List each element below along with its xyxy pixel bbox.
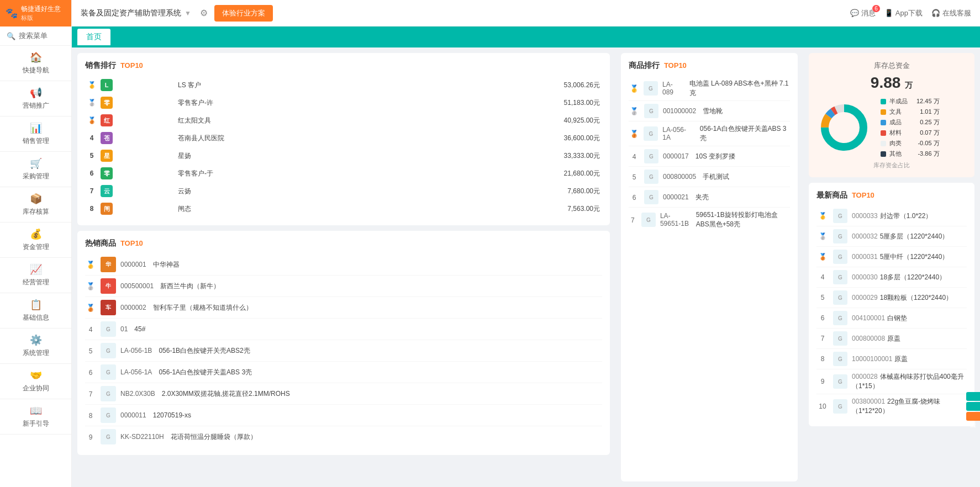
sidebar-item-0[interactable]: 🏠 快捷导航 <box>0 46 71 81</box>
system-selector[interactable]: 装备及固定资产辅助管理系统 ▼ <box>81 8 191 18</box>
hot-rank-num: 6 <box>89 369 93 377</box>
customer-name[interactable]: 闸态 <box>176 200 413 218</box>
customer-name[interactable]: 苍南县人民医院 <box>176 129 413 147</box>
customer-name[interactable]: 红太阳文具 <box>176 112 413 129</box>
hot-prod-name: 新西兰牛肉（新牛） <box>160 282 220 291</box>
latest-product-row[interactable]: 4 G 000003018多层（1220*2440） <box>816 267 967 288</box>
hot-product-row[interactable]: 5 G LA-056-1B 056-1B白色按键开关壳ABS2壳 <box>85 340 602 362</box>
sidebar-item-10[interactable]: 📖 新手引导 <box>0 399 71 435</box>
customer-name[interactable]: 云扬 <box>176 182 413 200</box>
hot-product-row[interactable]: 🥉 车 0000002 智利车子里（规格不知道填什么） <box>85 297 602 319</box>
product-rank-row[interactable]: 5 G 000800005 手机测试 <box>629 167 790 187</box>
app-download-item[interactable]: 📱 App下载 <box>884 8 923 18</box>
sidebar-item-1[interactable]: 📢 营销推广 <box>0 81 71 117</box>
prod-rank-name: 手机测试 <box>703 172 729 182</box>
latest-rank: 10 <box>816 403 829 410</box>
product-rank-row[interactable]: 🥇 G LA-089 电池盖 LA-089 ABS本色+黑种 7.1克 <box>629 76 790 101</box>
latest-rank: 🥈 <box>816 232 829 240</box>
hot-rank-medal: 🥈 <box>86 282 95 290</box>
latest-product-row[interactable]: 5 G 000002918颗粒板（1220*2440） <box>816 288 967 308</box>
sales-rank-row: 6 零 零售客户-于 21,680.00元 <box>85 165 602 182</box>
latest-product-row[interactable]: 🥈 G 00000325厘多层（1220*2440） <box>816 226 967 247</box>
product-rank-row[interactable]: 7 G LA-59651-1B 59651-1B旋转投影灯电池盒ABS黑色+58… <box>629 208 790 232</box>
hot-prod-code: 01 <box>120 325 128 333</box>
hot-product-row[interactable]: 8 G 0000011 12070519-xs <box>85 405 602 426</box>
sidebar-item-8[interactable]: ⚙️ 系统管理 <box>0 329 71 364</box>
finance-icon: 💰 <box>30 228 42 240</box>
legend-value: -0.05 万 <box>912 139 939 147</box>
hot-product-row[interactable]: 6 G LA-056-1A 056-1A白色按键开关盖ABS 3壳 <box>85 362 602 383</box>
sidebar-item-7[interactable]: 📋 基础信息 <box>0 293 71 329</box>
latest-prod-img: G <box>833 311 847 325</box>
customer-badge: 红 <box>101 114 113 126</box>
customer-name[interactable]: LS 客户 <box>176 76 413 94</box>
latest-prod-name: 0000033封边带（1.0*22） <box>852 211 967 221</box>
prod-rank-medal: 🥈 <box>630 107 639 115</box>
guide-icon: 📖 <box>30 405 42 417</box>
prod-rank-img: G <box>644 190 658 204</box>
latest-prod-img: G <box>833 209 847 223</box>
product-rank-row[interactable]: 🥉 G LA-056-1A 056-1A白色按键开关盖ABS 3壳 <box>629 121 790 146</box>
hot-prod-code: LA-056-1B <box>120 347 152 354</box>
customer-name[interactable]: 零售客户-于 <box>176 165 413 182</box>
latest-rank: 7 <box>816 335 829 342</box>
hot-products-title: 热销商品 TOP10 <box>85 239 602 248</box>
sidebar-item-5[interactable]: 💰 资金管理 <box>0 223 71 258</box>
hot-prod-img: G <box>101 386 116 401</box>
prod-rank-name: 电池盖 LA-089 ABS本色+黑种 7.1克 <box>689 79 790 98</box>
float-btn-0[interactable]: 客服热线 <box>966 392 980 401</box>
latest-product-row[interactable]: 🥉 G 00000315厘中纤（1220*2440） <box>816 247 967 267</box>
chevron-down-icon: ▼ <box>185 9 191 17</box>
settings-gear-icon[interactable]: ⚙ <box>200 8 208 18</box>
online-service-item[interactable]: 🎧 在线客服 <box>931 8 971 18</box>
hot-prod-img: 华 <box>101 257 116 272</box>
prod-rank: 🥇 <box>629 84 639 93</box>
sidebar-item-2[interactable]: 📊 销售管理 <box>0 117 71 152</box>
legend-dot <box>881 99 886 104</box>
hot-product-row[interactable]: 🥈 牛 000500001 新西兰牛肉（新牛） <box>85 276 602 297</box>
latest-product-row[interactable]: 🥇 G 0000033封边带（1.0*22） <box>816 206 967 226</box>
latest-rank: 4 <box>816 273 829 281</box>
legend-label: 其他 <box>889 150 902 158</box>
sidebar-item-9[interactable]: 🤝 企业协同 <box>0 364 71 399</box>
hot-product-row[interactable]: 🥇 华 0000001 中华神器 <box>85 254 602 276</box>
product-rank-row[interactable]: 6 G 0000021 夹壳 <box>629 187 790 208</box>
product-rank-row[interactable]: 4 G 0000017 10S 变刹罗搂 <box>629 146 790 167</box>
legend-item: 肉类 -0.05 万 <box>881 139 940 147</box>
hot-rank-num: 8 <box>89 412 93 420</box>
customer-name[interactable]: 零售客户-许 <box>176 94 413 112</box>
rank-badge-cell: 星 <box>98 147 176 165</box>
latest-product-row[interactable]: 7 G 000800008原盖 <box>816 329 967 349</box>
rank-medal: 🥈 <box>85 94 98 112</box>
latest-rank: 🥇 <box>816 212 829 220</box>
float-btn-1[interactable]: 服务社区 <box>966 402 980 411</box>
hot-product-row[interactable]: 4 G 01 45# <box>85 319 602 340</box>
customer-name[interactable]: 星扬 <box>176 147 413 165</box>
latest-products-list: 🥇 G 0000033封边带（1.0*22） 🥈 G 00000325厘多层（1… <box>816 206 967 419</box>
notification-item[interactable]: 💬 消息 6 <box>850 8 876 18</box>
hot-prod-name: 中华神器 <box>153 260 180 269</box>
latest-prod-img: G <box>833 270 847 284</box>
sidebar-logo[interactable]: 🐾 畅捷通好生意 标版 <box>0 0 71 27</box>
logo-name: 畅捷通好生意 <box>21 4 61 14</box>
inventory-label: 库存总资金 <box>816 61 967 71</box>
sidebar-search[interactable]: 🔍 搜索菜单 <box>0 27 71 46</box>
sidebar-item-3[interactable]: 🛒 采购管理 <box>0 152 71 187</box>
hot-product-row[interactable]: 9 G KK-SD22110H 花语荷恒温分腿睡袋（厚款） <box>85 426 602 447</box>
trial-button[interactable]: 体验行业方案 <box>214 5 273 22</box>
sales-rank-row: 8 闸 闸态 7,563.00元 <box>85 200 602 218</box>
product-rank-row[interactable]: 🥈 G 001000002 雪地靴 <box>629 101 790 121</box>
latest-product-row[interactable]: 10 G 00380000122g鱼豆腐-烧烤味（1*12*20） <box>816 394 967 419</box>
tab-home[interactable]: 首页 <box>77 29 110 45</box>
sidebar-item-6[interactable]: 📈 经营管理 <box>0 258 71 293</box>
latest-product-row[interactable]: 8 G 10000100001原盖 <box>816 349 967 369</box>
product-ranking-list: 🥇 G LA-089 电池盖 LA-089 ABS本色+黑种 7.1克 🥈 G … <box>629 76 790 232</box>
latest-product-row[interactable]: 9 G 0000028体械嘉枸味苏打饮品400毫升（1*15） <box>816 369 967 394</box>
hot-rank: 5 <box>85 347 96 355</box>
hot-product-row[interactable]: 7 G NB2.0X30B 2.0X30MM双搓花轴,搓花直径2.1MM/ROH… <box>85 383 602 405</box>
legend-label: 材料 <box>889 129 902 137</box>
latest-prod-img: G <box>833 399 847 414</box>
sidebar-item-4[interactable]: 📦 库存核算 <box>0 187 71 223</box>
latest-product-row[interactable]: 6 G 004100001白钢垫 <box>816 308 967 329</box>
float-btn-2[interactable]: 直播 <box>966 412 980 421</box>
